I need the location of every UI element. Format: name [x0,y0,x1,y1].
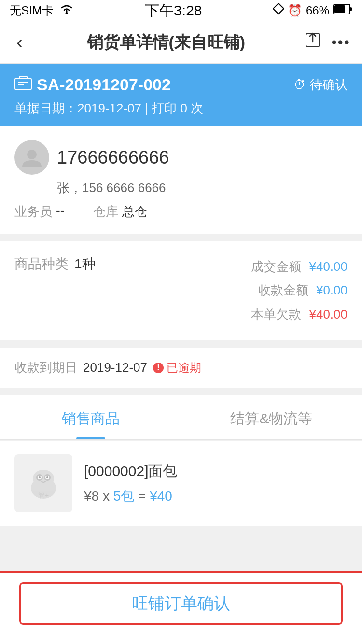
confirm-button[interactable]: 旺铺订单确认 [19,582,343,625]
nav-title: 销货单详情(来自旺铺) [87,31,246,54]
product-list: 管+ [0000002]面包 ¥8 x 5包 = ¥40 [0,441,362,526]
owed-amount-value: ¥40.00 [309,303,348,326]
order-id-row: SA-20191207-002 ⏱ 待确认 [14,75,348,94]
overdue-badge: ! 已逾期 [153,360,201,376]
customer-name: 张，156 6666 6666 [14,180,348,196]
status-right: ⏰ 66% [273,3,352,18]
customer-meta: 业务员 -- 仓库 总仓 [14,203,348,220]
transaction-amount-value: ¥40.00 [309,255,348,279]
tab-sales-products[interactable]: 销售商品 [0,395,181,439]
carrier-text: 无SIM卡 [10,3,54,18]
sales-rep-value: -- [56,203,64,220]
svg-point-16 [46,476,48,478]
customer-card: 17666666666 张，156 6666 6666 业务员 -- 仓库 总仓 [0,126,362,234]
nav-actions: ••• [304,31,350,53]
product-type-value: 1种 [74,255,96,273]
product-item: 管+ [0000002]面包 ¥8 x 5包 = ¥40 [0,441,362,526]
confirm-button-wrapper: 旺铺订单确认 [0,571,362,644]
customer-phone-row: 17666666666 [14,140,348,175]
product-type-label: 商品种类 [14,255,69,273]
product-price: ¥8 x 5包 = ¥40 [84,487,348,505]
warehouse-label: 仓库 [93,203,118,220]
svg-point-0 [65,13,68,15]
svg-point-15 [39,476,41,478]
received-amount-label: 收款金额 [258,279,308,302]
svg-point-10 [33,470,54,487]
status-left: 无SIM卡 [10,3,74,18]
avatar [14,140,49,175]
price-formula: ¥8 x [84,489,113,504]
product-info: [0000002]面包 ¥8 x 5包 = ¥40 [84,462,348,505]
svg-rect-3 [334,5,345,13]
battery-text: 66% [306,4,329,17]
product-name: [0000002]面包 [84,462,348,481]
alarm-icon: ⏰ [288,4,302,17]
battery-icon [333,4,352,17]
due-date-label: 收款到期日 [14,359,77,376]
more-icon[interactable]: ••• [331,33,350,51]
sales-rep-item: 业务员 -- [14,203,64,220]
summary-right: 成交金额 ¥40.00 收款金额 ¥0.00 本单欠款 ¥40.00 [251,255,348,326]
status-time: 下午3:28 [145,1,202,21]
sales-rep-label: 业务员 [14,203,52,220]
tabs-bar: 销售商品 结算&物流等 [0,395,362,440]
order-icon [14,75,32,94]
transaction-amount-row: 成交金额 ¥40.00 [251,255,348,279]
due-date-card: 收款到期日 2019-12-07 ! 已逾期 [0,348,362,388]
owed-amount-label: 本单欠款 [251,303,301,326]
order-status: ⏱ 待确认 [293,76,348,93]
status-bar: 无SIM卡 下午3:28 ⏰ 66% [0,0,362,21]
order-id: SA-20191207-002 [14,75,171,94]
overdue-icon: ! [153,363,164,373]
location-icon [273,3,284,18]
order-header: SA-20191207-002 ⏱ 待确认 单据日期：2019-12-07 | … [0,64,362,126]
customer-phone: 17666666666 [57,147,169,168]
order-date: 单据日期：2019-12-07 | 打印 0 次 [14,100,348,117]
share-icon[interactable] [304,31,321,53]
confirm-button-text: 旺铺订单确认 [132,592,230,615]
price-separator: = [134,489,150,504]
nav-bar: ‹ 销货单详情(来自旺铺) ••• [0,21,362,64]
svg-rect-5 [15,78,31,90]
overdue-text: 已逾期 [167,360,201,376]
product-qty: 5包 [113,489,135,504]
transaction-amount-label: 成交金额 [251,255,301,279]
back-button[interactable]: ‹ [12,27,28,58]
received-amount-row: 收款金额 ¥0.00 [251,279,348,302]
svg-rect-2 [350,7,352,11]
wifi-icon [59,4,74,17]
warehouse-value: 总仓 [122,203,147,220]
tab-settlement-logistics[interactable]: 结算&物流等 [181,395,362,439]
owed-amount-row: 本单欠款 ¥40.00 [251,303,348,326]
svg-text:管+: 管+ [38,491,49,499]
product-total: ¥40 [150,489,172,504]
received-amount-value: ¥0.00 [316,279,348,302]
summary-left: 商品种类 1种 [14,255,96,273]
due-date-value: 2019-12-07 [83,360,147,375]
warehouse-item: 仓库 总仓 [93,203,147,220]
clock-icon: ⏱ [293,77,306,92]
svg-point-8 [27,150,37,159]
product-thumbnail: 管+ [14,454,72,512]
summary-card: 商品种类 1种 成交金额 ¥40.00 收款金额 ¥0.00 本单欠款 ¥40.… [0,241,362,340]
